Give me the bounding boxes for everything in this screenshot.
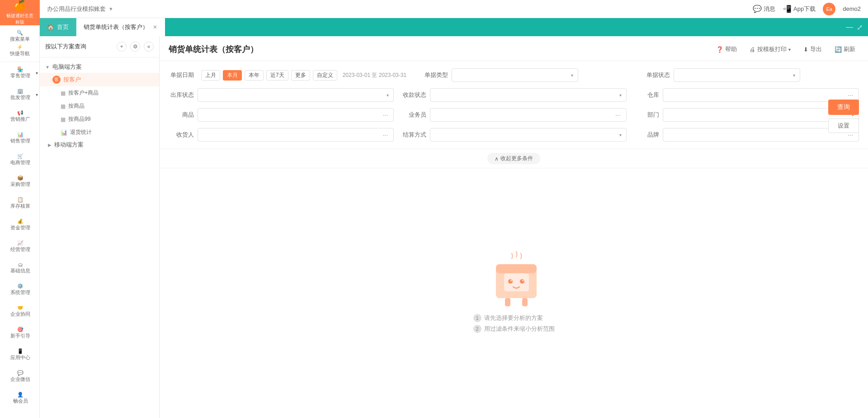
sidebar-item-marketing[interactable]: 📢 营销推广: [0, 105, 40, 127]
tree-item-by-product[interactable]: ▦ 按商品: [40, 100, 159, 113]
warehouse-dots[interactable]: ···: [846, 91, 855, 99]
pc-group-title[interactable]: ▼ 电脑端方案: [40, 61, 159, 73]
tree-item-return-stats[interactable]: 📊 退货统计: [40, 126, 159, 139]
query-button[interactable]: 查询: [828, 100, 859, 115]
header-user-area: 💬 消息 📲 App下载 Ea demo2: [753, 3, 861, 15]
wholesale-arrow: ▾: [36, 92, 38, 97]
shortcut-nav-item[interactable]: ⚡ 快捷导航: [2, 43, 38, 58]
logo-icon: 🍊: [14, 0, 26, 12]
date-btn-this-year[interactable]: 本年: [245, 70, 264, 81]
receiver-dots[interactable]: ···: [381, 131, 390, 138]
product-label: 商品: [169, 111, 194, 119]
date-label: 单据日期: [169, 71, 194, 79]
help-btn[interactable]: ❓ 帮助: [712, 43, 741, 55]
settlement-label: 结算方式: [401, 131, 426, 139]
tab-maximize-btn[interactable]: ⤢: [857, 23, 863, 32]
empty-svg: [487, 251, 546, 309]
breadcrumb-arrow[interactable]: ▾: [109, 5, 113, 12]
return-stats-label: 退货统计: [70, 128, 92, 136]
outbound-select[interactable]: ▾: [198, 88, 394, 102]
date-btn-7days[interactable]: 近7天: [266, 70, 288, 81]
tab-sales-stats[interactable]: 销货单统计表（按客户） ✕: [76, 18, 165, 36]
salesperson-input[interactable]: ···: [430, 108, 626, 122]
collapse-btn[interactable]: ∧ 收起更多条件: [487, 153, 540, 164]
receiver-input[interactable]: ···: [198, 128, 394, 142]
sidebar-item-enterprise[interactable]: 🤝 企业协同: [0, 300, 40, 322]
outbound-label: 出库状态: [169, 91, 194, 99]
by-customer-label: 按客户: [63, 76, 81, 84]
doc-status-select[interactable]: ▾: [674, 68, 800, 82]
export-btn[interactable]: ⬇ 导出: [800, 43, 826, 55]
tree-item-by-customer[interactable]: 客 按客户: [40, 73, 159, 86]
svg-point-6: [522, 280, 524, 281]
mobile-group-arrow: ▶: [48, 142, 52, 147]
refresh-btn[interactable]: 🔄 刷新: [831, 43, 859, 55]
settings-scheme-btn[interactable]: ⚙: [130, 42, 140, 52]
tab-close-icon[interactable]: ✕: [153, 24, 157, 30]
filter-row-1: 单据日期 上月 本月 本年 近7天 更多 自定义 2023-03-01 至 20…: [169, 68, 859, 82]
salesperson-dots[interactable]: ···: [613, 111, 623, 119]
page-title: 销货单统计表（按客户）: [169, 44, 258, 55]
product-dots[interactable]: ···: [381, 111, 390, 119]
collapse-panel-btn[interactable]: «: [144, 42, 154, 52]
logo: 🍊 畅捷通好生意 标版: [0, 0, 40, 25]
tab-home-label: 首页: [57, 23, 69, 31]
sidebar-item-retail[interactable]: 🏪 零售管理 ▾: [0, 62, 40, 84]
filter-area: 单据日期 上月 本月 本年 近7天 更多 自定义 2023-03-01 至 20…: [160, 61, 868, 149]
by-product-99-icon: ▦: [61, 116, 66, 123]
svg-point-5: [510, 280, 512, 281]
avatar[interactable]: Ea: [823, 3, 835, 15]
sidebar-item-newbie[interactable]: 🎯 新手引导: [0, 322, 40, 344]
sidebar-item-ecommerce[interactable]: 🛒 电商管理: [0, 149, 40, 171]
left-panel: 按以下方案查询 + ⚙ « ▼ 电脑端方案 客 按客户 ▦: [40, 36, 160, 418]
date-btn-this-month[interactable]: 本月: [223, 70, 242, 81]
tab-home[interactable]: 🏠 首页: [40, 18, 76, 36]
sidebar-item-wholesale[interactable]: 🏢 批发管理 ▾: [0, 84, 40, 105]
search-menu-item[interactable]: 🔍 搜索菜单: [2, 29, 38, 43]
shortcut-label: 快捷导航: [10, 50, 30, 57]
sidebar-item-inventory[interactable]: 📋 库存核算: [0, 192, 40, 214]
by-product-label: 按商品: [68, 102, 85, 110]
tab-minimize-btn[interactable]: —: [846, 23, 853, 31]
hint-text-1: 请先选择要分析的方案: [484, 314, 543, 322]
sidebar-item-basic[interactable]: 🗂 基础信息: [0, 257, 40, 279]
sales-label: 销售管理: [10, 138, 30, 144]
app-download-label: App下载: [793, 5, 816, 13]
settings-button[interactable]: 设置: [828, 119, 859, 133]
tree-item-by-customer-product[interactable]: ▦ 按客户+商品: [40, 86, 159, 100]
sidebar-item-system[interactable]: ⚙️ 系统管理: [0, 279, 40, 300]
wechat-icon: 💬: [17, 370, 24, 376]
mobile-group-title[interactable]: ▶ 移动端方案: [40, 139, 159, 151]
sidebar-item-appstore[interactable]: 📱 应用中心: [0, 344, 40, 366]
sidebar-item-wechat[interactable]: 💬 企业微信: [0, 366, 40, 387]
tree-item-by-product-99[interactable]: ▦ 按商品99: [40, 113, 159, 126]
sidebar-item-sales[interactable]: 📊 销售管理: [0, 127, 40, 149]
hint-num-2: 2: [473, 325, 481, 333]
filter-row-4: 收货人 ··· 结算方式 ▾: [169, 128, 859, 142]
settlement-select[interactable]: ▾: [430, 128, 626, 142]
template-print-btn[interactable]: 🖨 按模板打印 ▾: [746, 43, 794, 55]
doc-type-select[interactable]: ▾: [452, 68, 578, 82]
retail-icon: 🏪: [17, 66, 24, 72]
message-label: 消息: [764, 5, 775, 13]
svg-rect-7: [505, 298, 510, 306]
sidebar-item-purchase[interactable]: 📦 采购管理: [0, 171, 40, 192]
wechat-label: 企业微信: [10, 376, 30, 383]
add-scheme-btn[interactable]: +: [117, 42, 127, 52]
message-btn[interactable]: 💬 消息: [753, 5, 775, 13]
newbie-label: 新手引导: [10, 332, 30, 339]
date-btn-custom[interactable]: 自定义: [313, 70, 337, 81]
date-btn-prev-month[interactable]: 上月: [201, 70, 220, 81]
doc-status-label: 单据状态: [645, 71, 670, 79]
svg-rect-1: [496, 264, 537, 273]
page-header: 销货单统计表（按客户） ❓ 帮助 🖨 按模板打印 ▾ ⬇: [160, 36, 868, 61]
ecommerce-icon: 🛒: [17, 153, 24, 159]
app-download-btn[interactable]: 📲 App下载: [783, 5, 816, 13]
sidebar-item-member[interactable]: 👤 畅会员: [0, 387, 40, 409]
sidebar-item-operations[interactable]: 📈 经营管理: [0, 236, 40, 257]
date-btn-more[interactable]: 更多: [291, 70, 310, 81]
search-menu-label: 搜索菜单: [10, 36, 30, 43]
sidebar-item-finance[interactable]: 💰 资金管理: [0, 214, 40, 236]
payment-select[interactable]: ▾: [430, 88, 626, 102]
product-input[interactable]: ···: [198, 108, 394, 122]
